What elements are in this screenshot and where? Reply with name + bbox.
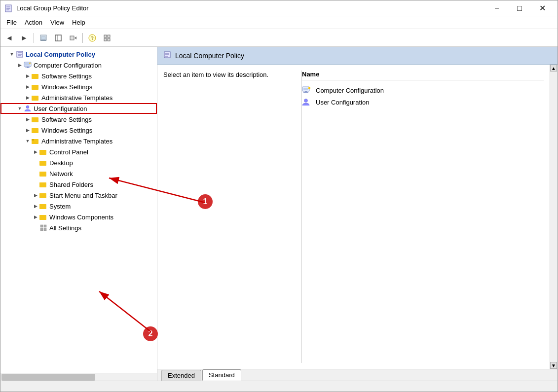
svg-rect-32 — [32, 96, 34, 97]
desktop-icon — [39, 159, 48, 167]
svg-rect-15 — [104, 38, 107, 41]
windows-components-label: Windows Components — [49, 214, 113, 221]
start-menu-label: Start Menu and Taskbar — [49, 192, 117, 199]
expander-control-panel[interactable]: ▶ — [32, 148, 39, 155]
content-item-user-icon — [302, 98, 312, 106]
svg-rect-53 — [39, 215, 42, 216]
content-item-user-config[interactable]: User Configuration — [302, 96, 544, 108]
app-icon — [4, 4, 12, 12]
title-bar: Local Group Policy Editor − □ ✕ — [0, 0, 558, 16]
content-panel: Local Computer Policy Select an item to … — [157, 47, 558, 381]
view-button[interactable] — [100, 32, 114, 44]
computer-config-icon — [23, 61, 32, 69]
scrollbar-thumb[interactable] — [1, 374, 95, 381]
toolbar: ◄ ► ? — [0, 29, 558, 47]
content-header-icon — [163, 51, 171, 60]
expander-windows-components[interactable]: ▶ — [32, 214, 39, 220]
tree-node-user-configuration[interactable]: ▼ User Configuration — [0, 103, 157, 114]
main-area: ▼ Local Computer Policy — [0, 47, 558, 381]
up-button[interactable] — [37, 32, 50, 44]
software-settings-uc-icon — [31, 115, 40, 123]
svg-rect-45 — [39, 172, 42, 173]
back-button[interactable]: ◄ — [2, 32, 16, 44]
scroll-track[interactable] — [550, 71, 558, 362]
windows-settings-uc-label: Windows Settings — [41, 127, 92, 134]
tree-node-desktop[interactable]: Desktop — [0, 157, 157, 168]
expander-computer-config[interactable]: ▶ — [16, 62, 23, 69]
tree-panel[interactable]: ▼ Local Computer Policy — [0, 47, 157, 381]
forward-button[interactable]: ► — [17, 32, 31, 44]
expander-windows-uc[interactable]: ▶ — [24, 127, 31, 134]
tree-node-network[interactable]: Network — [0, 168, 157, 179]
annotation-1: 1 — [198, 194, 213, 209]
network-icon — [39, 170, 48, 178]
tree-node-windows-settings-cc[interactable]: ▶ Windows Settings — [0, 81, 157, 92]
tree-node-admin-templates-uc[interactable]: ▼ Administrative Templates — [0, 136, 157, 146]
content-item-computer-config[interactable]: Computer Configuration — [302, 84, 544, 96]
tree-node-control-panel[interactable]: ▶ Control Panel — [0, 146, 157, 157]
control-panel-label: Control Panel — [49, 148, 88, 156]
start-menu-icon — [39, 191, 48, 199]
tree-node-start-menu[interactable]: ▶ Start Menu and Taskbar — [0, 190, 157, 201]
desktop-label: Desktop — [49, 159, 73, 167]
svg-rect-63 — [303, 88, 308, 90]
svg-rect-54 — [40, 225, 43, 227]
expander-local-policy[interactable]: ▼ — [8, 51, 15, 58]
expander-admin-cc[interactable]: ▶ — [24, 94, 31, 101]
tree-node-all-settings[interactable]: All Settings — [0, 222, 157, 233]
tree-node-windows-settings-uc[interactable]: ▶ Windows Settings — [0, 125, 157, 136]
software-settings-cc-label: Software Settings — [41, 72, 92, 80]
tree-node-system[interactable]: ▶ System — [0, 201, 157, 212]
svg-rect-7 — [55, 35, 61, 41]
scroll-down-button[interactable]: ▼ — [550, 362, 557, 369]
tab-extended[interactable]: Extended — [161, 370, 201, 381]
expander-start-menu[interactable]: ▶ — [32, 192, 39, 199]
svg-rect-28 — [32, 74, 34, 75]
tree-node-software-settings-uc[interactable]: ▶ Software Settings — [0, 114, 157, 125]
tree-node-windows-components[interactable]: ▶ Windows Components — [0, 212, 157, 222]
menu-view[interactable]: View — [46, 18, 68, 27]
expander-windows-cc[interactable]: ▶ — [24, 83, 31, 90]
extend-button[interactable] — [66, 32, 80, 44]
svg-rect-49 — [39, 193, 42, 195]
content-vscroll[interactable]: ▲ ▼ — [550, 65, 558, 369]
svg-rect-13 — [104, 35, 107, 37]
system-label: System — [49, 203, 71, 210]
expander-software-cc[interactable]: ▶ — [24, 72, 31, 79]
menu-action[interactable]: Action — [21, 18, 46, 27]
local-policy-label: Local Computer Policy — [26, 51, 95, 58]
help-button[interactable]: ? — [85, 32, 99, 44]
svg-rect-5 — [41, 36, 45, 39]
menu-help[interactable]: Help — [68, 18, 89, 27]
tab-standard[interactable]: Standard — [202, 369, 241, 381]
title-bar-text: Local Group Policy Editor — [16, 4, 485, 12]
content-col-header: Name — [302, 71, 544, 80]
menu-file[interactable]: File — [2, 18, 21, 27]
close-button[interactable]: ✕ — [531, 0, 554, 16]
tree-node-admin-templates-cc[interactable]: ▶ Administrative Templates — [0, 92, 157, 103]
tree-node-shared-folders[interactable]: Shared Folders — [0, 179, 157, 190]
show-hide-button[interactable] — [51, 32, 65, 44]
tree-node-computer-configuration[interactable]: ▶ Computer Configuration — [0, 60, 157, 71]
svg-rect-55 — [44, 225, 46, 227]
scroll-up-button[interactable]: ▲ — [550, 65, 557, 71]
svg-rect-9 — [70, 36, 74, 40]
tree-scrollbar[interactable] — [0, 373, 157, 381]
content-header-title: Local Computer Policy — [175, 52, 244, 60]
expander-user-config[interactable]: ▼ — [16, 105, 23, 112]
expander-software-uc[interactable]: ▶ — [24, 116, 31, 123]
svg-point-33 — [26, 106, 29, 108]
svg-rect-6 — [40, 40, 46, 41]
svg-rect-23 — [27, 67, 29, 68]
expander-admin-uc[interactable]: ▼ — [24, 138, 31, 144]
minimize-button[interactable]: − — [485, 0, 508, 16]
maximize-button[interactable]: □ — [508, 0, 531, 16]
tree-node-software-settings-cc[interactable]: ▶ Software Settings — [0, 71, 157, 81]
expander-system[interactable]: ▶ — [32, 203, 39, 210]
svg-rect-39 — [32, 139, 34, 141]
toolbar-separator-1 — [34, 33, 34, 43]
tree-node-local-computer-policy[interactable]: ▼ Local Computer Policy — [0, 49, 157, 60]
svg-point-26 — [30, 63, 31, 64]
content-description: Select an item to view its description. — [163, 71, 301, 363]
menu-bar: File Action View Help — [0, 16, 558, 29]
